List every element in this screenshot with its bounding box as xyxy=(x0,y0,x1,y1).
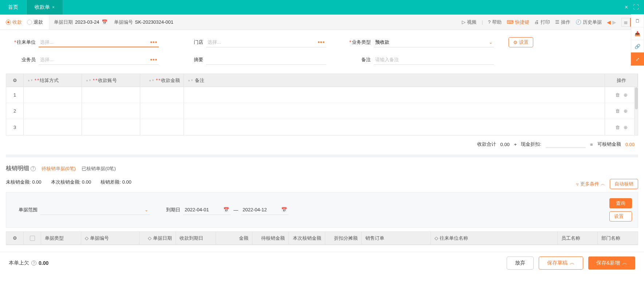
gear-icon: ⚙ xyxy=(513,40,518,45)
fullscreen-icon[interactable]: ⛶ xyxy=(633,4,639,11)
gear-icon[interactable]: ⚙ xyxy=(6,74,24,87)
table-row[interactable]: 1 🗑⊕ xyxy=(6,87,638,103)
date-from-input[interactable]: 2022-04-01📅 xyxy=(183,205,231,215)
summary-input[interactable] xyxy=(206,55,326,65)
save-new-button[interactable]: 保存&新增︿ xyxy=(588,256,635,270)
discard-button[interactable]: 放弃 xyxy=(507,256,534,270)
doc-date-value[interactable]: 2023-03-24 xyxy=(75,19,99,25)
date-to-input[interactable]: 2022-04-12📅 xyxy=(241,205,288,215)
doc-date-label: 单据日期 xyxy=(54,19,73,26)
due-label: 到期日 xyxy=(158,207,180,213)
filter-icon: ▿ xyxy=(576,181,579,187)
col-amt-label: 收款金额 xyxy=(161,77,180,84)
col-sales: 销售订单 xyxy=(362,232,431,244)
table-row[interactable]: 3 🗑⊕ xyxy=(6,119,638,135)
more-filter-toggle[interactable]: ▿ 更多条件 ︿ xyxy=(576,181,605,187)
add-row-icon[interactable]: ⊕ xyxy=(624,125,628,130)
calendar-icon[interactable]: 📅 xyxy=(102,19,107,25)
biztype-input[interactable] xyxy=(374,37,494,47)
remark-label: 备注 xyxy=(341,56,371,63)
tab-receipt[interactable]: 收款单 × xyxy=(27,0,63,15)
more-icon[interactable]: ••• xyxy=(318,39,325,46)
delete-icon[interactable]: 🗑 xyxy=(615,92,620,98)
tab-done[interactable]: 已核销单据(0笔) xyxy=(82,165,116,172)
row-index: 1 xyxy=(6,87,24,103)
help-link[interactable]: ?帮助 xyxy=(488,19,502,26)
col-op-label: 操作 xyxy=(605,74,638,87)
close-icon[interactable]: × xyxy=(52,5,55,10)
history-icon: 🕘 xyxy=(576,19,581,25)
radio-dot-icon xyxy=(27,20,32,25)
dock-inbox-icon[interactable]: 📥 xyxy=(631,27,644,40)
sum-value: 0.00 xyxy=(500,142,510,147)
sort-icon[interactable]: ▲▼ xyxy=(86,79,91,82)
sort-icon[interactable]: ▲▼ xyxy=(149,79,154,82)
shortcut-link[interactable]: ⌨快捷键 xyxy=(507,19,529,26)
range-label: 单据范围 xyxy=(12,207,38,213)
col-type: 单据类型 xyxy=(41,232,81,244)
gear-icon[interactable]: ⚙ xyxy=(6,232,24,244)
tab-pending[interactable]: 待核销单据(0笔) xyxy=(42,165,76,172)
more-icon[interactable]: ••• xyxy=(150,56,157,63)
dock-note-icon[interactable]: 🗒 xyxy=(631,14,644,27)
mode-receive-radio[interactable]: 收款 xyxy=(6,19,22,26)
col-this: 本次核销金额 xyxy=(289,232,325,244)
more-icon[interactable]: ••• xyxy=(150,39,157,46)
next-doc-icon[interactable]: ▶ xyxy=(612,19,616,25)
add-row-icon[interactable]: ⊕ xyxy=(624,108,628,114)
writeoff-table: ⚙ 单据类型 ◇单据编号 ◇单据日期 收款到期日 金额 待核销金额 本次核销金额… xyxy=(6,231,638,245)
writeoffable-value: 0.00 xyxy=(625,142,635,147)
filter-settings-button[interactable]: 设置 xyxy=(609,211,632,222)
owe-value: 0.00 xyxy=(39,260,48,266)
history-link[interactable]: 🕘历史单据 xyxy=(576,19,602,26)
remark-input[interactable] xyxy=(374,55,494,65)
print-icon: 🖨 xyxy=(534,19,539,25)
salesman-label: 业务员 xyxy=(6,56,36,63)
close-icon[interactable]: × xyxy=(625,4,628,11)
doc-no-label: 单据编号 xyxy=(114,19,133,26)
partner-input[interactable] xyxy=(39,37,159,47)
cash-discount-input[interactable] xyxy=(546,141,586,148)
dock-expand-icon[interactable]: ⤢ xyxy=(631,52,644,66)
view-list-icon[interactable]: ≣ xyxy=(621,18,630,27)
summary-label: 摘要 xyxy=(173,56,203,63)
tab-home[interactable]: 首页 xyxy=(0,0,27,15)
info-icon[interactable]: ? xyxy=(31,166,36,171)
col-amount: 金额 xyxy=(216,232,252,244)
cash-discount-label: 现金折扣: xyxy=(521,141,541,148)
store-input[interactable] xyxy=(206,37,326,47)
play-icon: ▷ xyxy=(462,19,466,25)
col-date: 单据日期 xyxy=(153,235,172,242)
settings-button[interactable]: ⚙ 设置 xyxy=(508,37,533,47)
info-icon[interactable]: ? xyxy=(31,260,36,266)
operate-link[interactable]: ☰操作 xyxy=(555,19,570,26)
query-button[interactable]: 查询 xyxy=(609,198,632,208)
auto-writeoff-button[interactable]: 自动核销 xyxy=(610,179,638,189)
sort-icon[interactable]: ◇ xyxy=(85,235,89,241)
save-draft-button[interactable]: 保存草稿︿ xyxy=(539,256,583,270)
delete-icon[interactable]: 🗑 xyxy=(615,125,620,130)
prev-doc-icon[interactable]: ◀ xyxy=(607,19,611,25)
partner-label: 往来单位 xyxy=(6,39,36,46)
salesman-input[interactable] xyxy=(39,55,159,65)
col-no: 单据编号 xyxy=(90,235,109,242)
add-row-icon[interactable]: ⊕ xyxy=(624,92,628,98)
sort-icon[interactable]: ▲▼ xyxy=(188,79,193,82)
delete-icon[interactable]: 🗑 xyxy=(615,108,620,114)
sort-icon[interactable]: ◇ xyxy=(148,235,152,241)
sort-icon[interactable]: ◇ xyxy=(435,235,438,241)
sort-icon[interactable]: ▲▼ xyxy=(27,79,33,82)
chevron-down-icon[interactable]: ⌄ xyxy=(489,40,492,45)
video-link[interactable]: ▷视频 xyxy=(462,19,476,26)
select-all-checkbox[interactable] xyxy=(30,236,35,241)
col-dept: 部门名称 xyxy=(598,232,638,244)
col-emp: 员工名称 xyxy=(558,232,598,244)
chevron-up-icon: ︿ xyxy=(622,260,627,266)
keyboard-icon: ⌨ xyxy=(507,19,514,25)
range-select[interactable]: ⌄ xyxy=(40,205,150,215)
scrollbar[interactable] xyxy=(634,87,638,135)
mode-refund-radio[interactable]: 退款 xyxy=(27,19,43,26)
dock-link-icon[interactable]: 🔗 xyxy=(631,40,644,53)
table-row[interactable]: 2 🗑⊕ xyxy=(6,103,638,119)
print-link[interactable]: 🖨打印 xyxy=(534,19,550,26)
